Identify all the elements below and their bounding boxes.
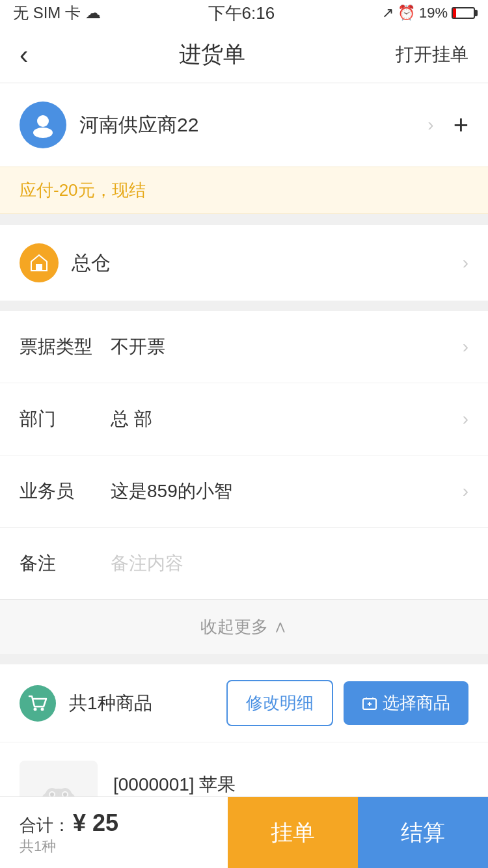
- open-hang-button[interactable]: 打开挂单: [396, 42, 468, 67]
- total-amount: ¥ 25: [73, 809, 118, 837]
- status-bar: 无 SIM 卡 ☁ 下午6:16 ↗ ⏰ 19%: [0, 0, 488, 26]
- warehouse-chevron-icon: ›: [463, 252, 468, 273]
- warehouse-row[interactable]: 总仓 ›: [0, 224, 488, 301]
- cart-icon: [28, 694, 47, 713]
- department-row[interactable]: 部门 总 部 ›: [0, 383, 488, 455]
- svg-point-3: [34, 707, 37, 711]
- select-product-button[interactable]: 选择商品: [344, 681, 468, 725]
- add-supplier-button[interactable]: +: [454, 111, 468, 140]
- total-area: 合计： ¥ 25 共1种: [0, 797, 228, 868]
- salesman-chevron-icon: ›: [463, 481, 468, 502]
- supplier-avatar: [20, 102, 66, 148]
- ticket-type-row[interactable]: 票据类型 不开票 ›: [0, 311, 488, 383]
- remark-label: 备注: [20, 551, 98, 576]
- ticket-type-value: 不开票: [98, 334, 456, 359]
- salesman-row[interactable]: 业务员 这是859的小智 ›: [0, 455, 488, 528]
- supplier-row[interactable]: 河南供应商22 › +: [0, 83, 488, 167]
- battery-icon: [452, 7, 475, 19]
- salesman-value: 这是859的小智: [98, 479, 456, 504]
- product-name: [0000001] 苹果: [113, 772, 439, 797]
- select-product-label: 选择商品: [383, 692, 450, 714]
- total-count: 共1种: [20, 837, 208, 856]
- nav-bar: ‹ 进货单 打开挂单: [0, 26, 488, 83]
- collapse-button[interactable]: 收起更多 ∧: [0, 599, 488, 654]
- svg-rect-2: [36, 264, 42, 271]
- warehouse-section: 总仓 ›: [0, 224, 488, 301]
- warehouse-name: 总仓: [72, 250, 463, 277]
- status-right: ↗ ⏰ 19%: [382, 5, 475, 21]
- page-title: 进货单: [179, 40, 245, 70]
- back-button[interactable]: ‹: [20, 42, 28, 68]
- ticket-type-chevron-icon: ›: [463, 336, 468, 357]
- ticket-type-label: 票据类型: [20, 334, 98, 359]
- remark-row[interactable]: 备注 备注内容: [0, 528, 488, 599]
- status-time: 下午6:16: [208, 2, 275, 25]
- form-section: 票据类型 不开票 › 部门 总 部 › 业务员 这是859的小智 › 备注 备注…: [0, 311, 488, 599]
- total-label: 合计：: [20, 814, 70, 837]
- products-count: 共1种商品: [69, 691, 226, 716]
- select-product-icon: [362, 696, 377, 711]
- home-icon: [29, 252, 49, 273]
- remark-placeholder: 备注内容: [98, 551, 468, 576]
- bottom-bar: 合计： ¥ 25 共1种 挂单 结算: [0, 796, 488, 868]
- warehouse-icon: [20, 243, 59, 282]
- status-left: 无 SIM 卡 ☁: [13, 3, 101, 23]
- products-header: 共1种商品 修改明细 选择商品: [0, 664, 488, 742]
- location-icon: ↗: [382, 5, 394, 21]
- svg-point-0: [37, 115, 49, 127]
- checkout-button[interactable]: 结算: [358, 797, 488, 868]
- salesman-label: 业务员: [20, 479, 98, 504]
- department-value: 总 部: [98, 407, 456, 431]
- supplier-section: 河南供应商22 › + 应付-20元，现结: [0, 83, 488, 214]
- supplier-info-banner: 应付-20元，现结: [0, 167, 488, 214]
- collapse-label: 收起更多 ∧: [200, 616, 287, 638]
- sim-signal: 无 SIM 卡 ☁: [13, 3, 101, 23]
- supplier-chevron-icon: ›: [427, 115, 433, 135]
- products-icon: [20, 685, 56, 722]
- alarm-icon: ⏰: [398, 5, 415, 21]
- edit-detail-button[interactable]: 修改明细: [226, 680, 333, 726]
- hang-button[interactable]: 挂单: [228, 797, 358, 868]
- svg-point-4: [41, 707, 44, 711]
- supplier-name: 河南供应商22: [79, 112, 427, 139]
- department-chevron-icon: ›: [463, 409, 468, 429]
- battery-text: 19%: [419, 5, 448, 21]
- svg-point-1: [33, 128, 53, 138]
- user-icon: [30, 112, 56, 138]
- main-content: 河南供应商22 › + 应付-20元，现结 总仓 › 票据类型 不开票 › 部门: [0, 83, 488, 868]
- department-label: 部门: [20, 407, 98, 431]
